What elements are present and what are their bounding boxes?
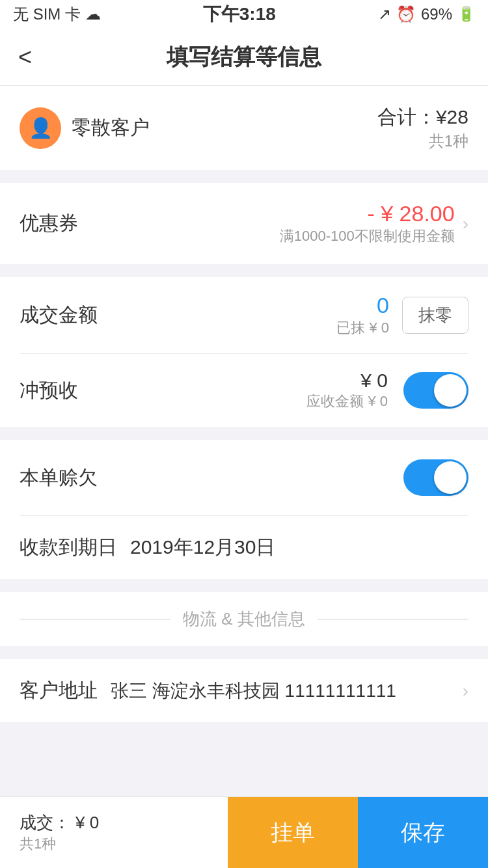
chevron-right-icon: › — [463, 213, 468, 234]
coupon-section: 优惠券 - ¥ 28.00 满1000-100不限制使用金额 › — [0, 183, 488, 264]
customer-row: 👤 零散客户 合计：¥28 共1种 — [0, 86, 488, 170]
deal-amount-value: 0 — [336, 293, 389, 318]
chong-yushou-toggle[interactable] — [403, 372, 468, 409]
header-line-right — [318, 619, 468, 619]
customer-total: 合计：¥28 — [377, 104, 468, 131]
sheqian-section: 本单赊欠 收款到期日 2019年12月30日 — [0, 440, 488, 579]
coupon-right: - ¥ 28.00 满1000-100不限制使用金额 › — [280, 201, 468, 246]
content: 👤 零散客户 合计：¥28 共1种 优惠券 - ¥ 28.00 满1000-10… — [0, 86, 488, 813]
signal-text: 无 SIM 卡 ☁ — [13, 4, 101, 25]
logistics-header-wrap: 物流 & 其他信息 — [0, 592, 488, 646]
coupon-desc: 满1000-100不限制使用金额 — [280, 226, 455, 246]
due-date-value: 2019年12月30日 — [130, 534, 275, 561]
nav-bar: < 填写结算等信息 — [0, 29, 488, 86]
status-time: 下午3:18 — [203, 2, 276, 27]
bottom-summary-row: 成交： ¥ 0 — [20, 811, 208, 834]
location-icon: ↗ — [378, 5, 391, 23]
bottom-bar: 成交： ¥ 0 共1种 挂单 保存 — [0, 796, 488, 868]
round-zero-button[interactable]: 抹零 — [402, 297, 468, 334]
status-left: 无 SIM 卡 ☁ — [13, 4, 101, 25]
address-section: 客户地址 张三 海淀永丰科技园 11111111111 › — [0, 659, 488, 722]
chong-yushou-info: ¥ 0 应收金额 ¥ 0 — [306, 370, 388, 411]
customer-name: 零散客户 — [72, 115, 150, 141]
deal-amount-right: 0 已抹 ¥ 0 抹零 — [336, 293, 468, 338]
page-title: 填写结算等信息 — [167, 42, 321, 72]
save-button-label: 保存 — [401, 818, 445, 848]
coupon-label: 优惠券 — [20, 210, 78, 237]
deal-amount-sub: 已抹 ¥ 0 — [336, 318, 389, 338]
coupon-info: - ¥ 28.00 满1000-100不限制使用金额 — [280, 201, 455, 246]
bottom-summary-count: 共1种 — [20, 834, 208, 854]
battery-icon: 🔋 — [457, 6, 475, 23]
address-value: 张三 海淀永丰科技园 11111111111 — [111, 679, 456, 703]
chong-yushou-label: 冲预收 — [20, 377, 78, 404]
sheqian-label: 本单赊欠 — [20, 465, 98, 491]
header-line-left — [20, 619, 170, 619]
customer-left: 👤 零散客户 — [20, 107, 150, 149]
address-row[interactable]: 客户地址 张三 海淀永丰科技园 11111111111 › — [0, 659, 488, 722]
due-date-row: 收款到期日 2019年12月30日 — [0, 516, 488, 579]
logistics-section: 物流 & 其他信息 — [0, 592, 488, 646]
logistics-header-text: 物流 & 其他信息 — [183, 608, 305, 631]
due-date-label: 收款到期日 — [20, 534, 117, 561]
hang-button-label: 挂单 — [271, 818, 315, 848]
save-button[interactable]: 保存 — [358, 797, 488, 869]
logistics-header-line: 物流 & 其他信息 — [20, 608, 468, 631]
deal-amount-row: 成交金额 0 已抹 ¥ 0 抹零 — [0, 277, 488, 353]
hang-button[interactable]: 挂单 — [228, 797, 358, 869]
sheqian-row: 本单赊欠 — [0, 440, 488, 515]
sheqian-toggle-circle — [434, 461, 467, 494]
bottom-summary-title: 成交： — [20, 811, 70, 834]
coupon-row[interactable]: 优惠券 - ¥ 28.00 满1000-100不限制使用金额 › — [0, 183, 488, 264]
chong-yushou-sub: 应收金额 ¥ 0 — [306, 392, 388, 411]
customer-section: 👤 零散客户 合计：¥28 共1种 — [0, 86, 488, 170]
chong-yushou-right: ¥ 0 应收金额 ¥ 0 — [306, 370, 468, 411]
address-label: 客户地址 — [20, 677, 98, 704]
alarm-icon: ⏰ — [396, 5, 416, 23]
customer-count: 共1种 — [377, 131, 468, 152]
deal-amount-info: 0 已抹 ¥ 0 — [336, 293, 389, 338]
coupon-amount: - ¥ 28.00 — [280, 201, 455, 226]
toggle-circle — [434, 374, 467, 407]
avatar-icon: 👤 — [29, 116, 53, 139]
deal-amount-label: 成交金额 — [20, 302, 98, 329]
back-button[interactable]: < — [18, 44, 32, 71]
sheqian-toggle[interactable] — [403, 459, 468, 496]
chong-yushou-row: 冲预收 ¥ 0 应收金额 ¥ 0 — [0, 354, 488, 427]
deal-section: 成交金额 0 已抹 ¥ 0 抹零 冲预收 ¥ 0 应收金额 ¥ 0 — [0, 277, 488, 427]
chong-yushou-amount: ¥ 0 — [306, 370, 388, 392]
battery-text: 69% — [421, 5, 452, 23]
address-chevron-icon: › — [463, 681, 468, 701]
customer-right: 合计：¥28 共1种 — [377, 104, 468, 152]
status-bar: 无 SIM 卡 ☁ 下午3:18 ↗ ⏰ 69% 🔋 — [0, 0, 488, 29]
bottom-summary: 成交： ¥ 0 共1种 — [0, 811, 228, 854]
status-right: ↗ ⏰ 69% 🔋 — [378, 5, 475, 23]
customer-avatar: 👤 — [20, 107, 61, 149]
bottom-summary-amount: ¥ 0 — [75, 813, 99, 833]
